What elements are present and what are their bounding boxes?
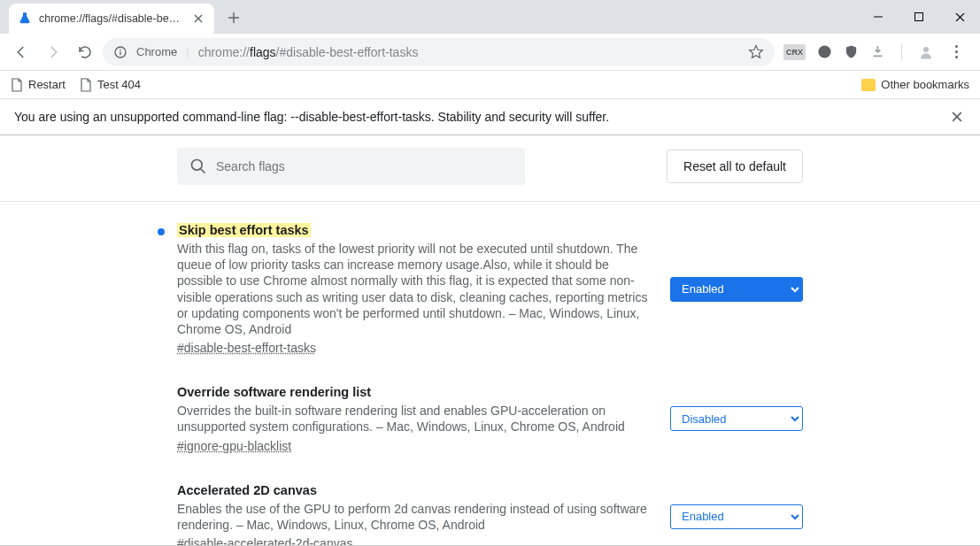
bookmarks-bar: Restart Test 404 Other bookmarks — [0, 70, 980, 98]
maximize-button[interactable] — [899, 0, 939, 34]
tab-title: chrome://flags/#disable-best-eff — [39, 12, 184, 25]
page-icon — [11, 78, 23, 92]
browser-menu-button[interactable] — [945, 44, 968, 60]
flask-icon — [18, 12, 32, 26]
separator — [901, 43, 902, 61]
flag-entry: Override software rendering list Overrid… — [158, 385, 803, 452]
other-bookmarks-label: Other bookmarks — [881, 78, 969, 91]
folder-icon — [861, 79, 876, 91]
flag-title: Accelerated 2D canvas — [177, 483, 317, 497]
download-icon[interactable] — [869, 44, 885, 60]
star-icon[interactable] — [748, 44, 764, 60]
omnibox[interactable]: Chrome | chrome://flags/#disable-best-ef… — [103, 38, 775, 66]
flag-anchor-link[interactable]: #ignore-gpu-blacklist — [177, 439, 291, 453]
svg-point-2 — [120, 49, 121, 50]
flag-list: Skip best effort tasks With this flag on… — [0, 202, 980, 545]
flag-title: Skip best effort tasks — [177, 223, 311, 237]
window-controls — [858, 0, 980, 34]
flag-description: Enables the use of the GPU to perform 2d… — [177, 501, 658, 533]
omnibox-label: Chrome — [136, 45, 177, 58]
site-info-icon[interactable] — [113, 45, 127, 59]
bookmark-item[interactable]: Restart — [11, 78, 66, 92]
minimize-button[interactable] — [858, 0, 899, 34]
close-window-button[interactable] — [939, 0, 980, 34]
shield-icon[interactable] — [843, 44, 859, 60]
extension-icon-1[interactable] — [816, 44, 832, 60]
svg-point-5 — [192, 160, 203, 171]
nav-toolbar: Chrome | chrome://flags/#disable-best-ef… — [0, 34, 980, 70]
svg-point-4 — [923, 47, 929, 52]
profile-avatar[interactable] — [918, 44, 934, 60]
flag-entry: Skip best effort tasks With this flag on… — [158, 223, 803, 355]
flags-page: Reset all to default Skip best effort ta… — [0, 135, 980, 546]
search-flags-wrapper[interactable] — [177, 148, 525, 185]
flag-title: Override software rendering list — [177, 385, 371, 399]
flag-anchor-link[interactable]: #disable-accelerated-2d-canvas — [177, 536, 352, 545]
flag-state-select[interactable]: Enabled — [670, 277, 803, 302]
extension-icons: CRX — [778, 43, 973, 61]
flag-entry: Accelerated 2D canvas Enables the use of… — [158, 483, 803, 546]
back-button[interactable] — [7, 38, 35, 66]
command-line-flag-warning: You are using an unsupported command-lin… — [0, 98, 980, 135]
flag-description: Overrides the built-in software renderin… — [177, 403, 658, 434]
flag-anchor-link[interactable]: #disable-best-effort-tasks — [177, 341, 316, 355]
close-tab-icon[interactable] — [191, 12, 205, 26]
new-tab-button[interactable] — [221, 5, 246, 30]
browser-tab[interactable]: chrome://flags/#disable-best-eff — [9, 4, 214, 34]
forward-button[interactable] — [39, 38, 67, 66]
browser-titlebar: chrome://flags/#disable-best-eff — [0, 0, 980, 34]
crx-icon[interactable]: CRX — [783, 44, 806, 60]
bookmark-item[interactable]: Test 404 — [80, 78, 141, 92]
svg-point-3 — [818, 45, 830, 58]
dismiss-warning-button[interactable] — [948, 108, 966, 126]
page-icon — [80, 78, 92, 92]
other-bookmarks[interactable]: Other bookmarks — [861, 78, 969, 91]
flag-state-select[interactable]: Enabled — [670, 504, 803, 529]
modified-dot-icon — [158, 228, 165, 235]
search-icon — [189, 158, 207, 175]
svg-rect-0 — [915, 13, 923, 21]
flag-description: With this flag on, tasks of the lowest p… — [177, 241, 658, 337]
bookmark-label: Test 404 — [97, 78, 141, 91]
bookmark-label: Restart — [28, 78, 66, 91]
search-flags-input[interactable] — [216, 159, 513, 173]
warning-text: You are using an unsupported command-lin… — [14, 110, 609, 124]
reset-all-button[interactable]: Reset all to default — [667, 150, 803, 183]
flags-header: Reset all to default — [0, 135, 980, 202]
omnibox-url: chrome://flags/#disable-best-effort-task… — [198, 45, 739, 59]
flag-state-select[interactable]: Disabled — [670, 406, 803, 431]
reload-button[interactable] — [71, 38, 99, 66]
